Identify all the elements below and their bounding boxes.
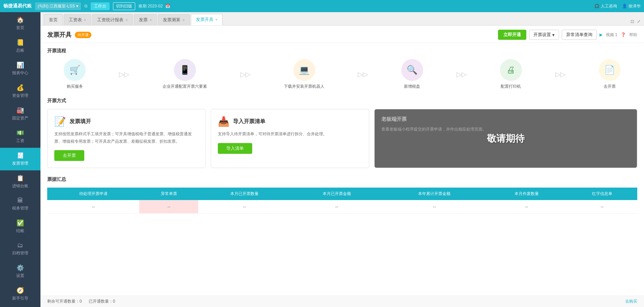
sidebar-item-invoice[interactable]: 🧾 发票管理 [0, 148, 40, 170]
step-buy: 🛒 购买服务 [64, 59, 86, 89]
tab-payroll-report-label: 工资统计报表 [97, 17, 123, 23]
top-bar: 畅捷通易代账 (勾到) 江西服室-LSS ▾ ⧉ 工作台 切到旧版 账期 202… [0, 0, 644, 12]
ledger-icon: 📒 [17, 39, 24, 46]
step-taxdisk-icon: 🔍 [401, 59, 423, 81]
tab-home[interactable]: 首页 [44, 14, 63, 25]
anomaly-button[interactable]: 异常清单查询 [562, 30, 597, 40]
pending-badge: 待开通 [75, 32, 91, 38]
tab-bar: 首页 工资表 × 工资统计报表 × 发票 × 发票测算 × 发票开具 × [40, 12, 644, 26]
arrow-4: ▷▷ [457, 70, 467, 78]
invoice-methods: 📝 发票填开 支持按照发票样式手工填开发票；可开具增值税电子普通发票、增值税普通… [47, 109, 637, 168]
cell-void-count: -- [486, 200, 567, 214]
headset-icon: 🎧 [594, 4, 599, 8]
tab-invoice-issue[interactable]: 发票开具 × [191, 14, 223, 25]
step-config-label: 企业开通配置开票六要素 [163, 84, 207, 89]
sidebar-item-settings[interactable]: ⚙️ 设置 [0, 260, 40, 283]
video-icon: ▶ [599, 32, 603, 37]
sidebar: 🏠 首页 📒 总账 📊 报表中心 💰 资金管理 🏭 固定资产 💵 工资 🧾 发票… [0, 12, 40, 307]
open-now-button[interactable]: 立即开通 [498, 30, 526, 40]
step-taxdisk-label: 新增税盘 [404, 84, 420, 89]
chevron-down-icon: ▾ [552, 32, 555, 37]
sidebar-item-assets[interactable]: 🏭 固定资产 [0, 103, 40, 125]
cell-anomaly: -- [139, 200, 198, 214]
consult-button[interactable]: 🎧 人工咨询 [594, 3, 617, 9]
sidebar-label-ledger: 总账 [16, 48, 24, 53]
content-body: 开票流程 🛒 购买服务 ▷▷ 📱 企业开通配置开票六要素 ▷▷ [40, 43, 644, 296]
guide-icon: 🧭 [17, 287, 24, 294]
step-config-icon: 📱 [174, 59, 196, 81]
invoice-methods-title: 开票方式 [47, 98, 637, 104]
sidebar-label-assets: 固定资产 [12, 115, 28, 121]
method-import-title: 导入开票清单 [233, 118, 265, 125]
old-version-button[interactable]: 切到旧版 [113, 2, 135, 10]
sidebar-item-archive[interactable]: 🗂 归档管理 [0, 238, 40, 260]
assets-icon: 🏭 [17, 107, 24, 114]
help-label: 帮助 [629, 32, 637, 38]
cell-year-amount: -- [383, 200, 486, 214]
method-import-header: 📥 导入开票清单 [218, 116, 362, 127]
app-logo: 畅捷通易代账 [3, 3, 32, 9]
tab-invoice-close[interactable]: × [150, 18, 152, 22]
maximize-icon[interactable]: ⤢ [637, 19, 641, 24]
buy-link[interactable]: 去购买 [625, 299, 637, 304]
summary-section: 票据汇总 待处理开票申请 异常单票 本月已开票数量 本月已开票金额 本年累计开票… [47, 176, 637, 214]
sidebar-item-reports[interactable]: 📊 报表中心 [0, 57, 40, 80]
sidebar-item-member[interactable]: 👑 畅会员 [0, 305, 40, 307]
tab-payroll-report[interactable]: 工资统计报表 × [92, 14, 133, 25]
arrow-2: ▷▷ [240, 70, 251, 78]
remaining-count: 剩余可开通数量：0 [47, 299, 82, 304]
tab-payroll-label: 工资表 [69, 17, 82, 23]
sidebar-label-settings: 设置 [16, 273, 24, 279]
content-area: 发票开具 待开通 立即开通 开票设置 ▾ 异常清单查询 ▶ 视频 1 ❓ 帮助 [40, 26, 644, 307]
sidebar-item-capital[interactable]: 💰 资金管理 [0, 80, 40, 103]
sidebar-item-guide[interactable]: 🧭 新手引导 [0, 283, 40, 305]
invoice-methods-section: 开票方式 📝 发票填开 支持按照发票样式手工填开发票；可开具增值税电子普通发票、… [47, 98, 637, 168]
sidebar-item-purchase[interactable]: 📋 进销台账 [0, 170, 40, 193]
sidebar-item-salary[interactable]: 💵 工资 [0, 125, 40, 148]
calendar-icon[interactable]: 📅 [165, 4, 170, 8]
import-list-button[interactable]: 导入清单 [218, 143, 252, 154]
restore-icon[interactable]: ⊡ [631, 19, 634, 24]
sidebar-item-ledger[interactable]: 📒 总账 [0, 35, 40, 57]
top-bar-right: 🎧 人工咨询 👤 徐泽华 [594, 3, 641, 9]
content-footer: 剩余可开通数量：0 已开通数量：0 去购买 [40, 296, 644, 307]
step-download-label: 下载并安装开票机器人 [284, 84, 324, 89]
period-info: 账期 2023-02 📅 [139, 3, 170, 9]
step-buy-label: 购买服务 [67, 84, 83, 89]
sidebar-label-archive: 归档管理 [12, 250, 28, 256]
tab-invoice-calc-close[interactable]: × [182, 18, 184, 22]
archive-icon: 🗂 [17, 242, 23, 249]
step-buy-icon: 🛒 [64, 59, 86, 81]
header-actions: 立即开通 开票设置 ▾ 异常清单查询 ▶ 视频 1 ❓ 帮助 [498, 30, 637, 40]
tab-invoice-issue-close[interactable]: × [215, 18, 217, 22]
tab-payroll-close[interactable]: × [84, 18, 86, 22]
sidebar-item-tax[interactable]: 🏛 税务管理 [0, 193, 40, 215]
tab-invoice-calc[interactable]: 发票测算 × [158, 14, 189, 25]
sidebar-label-settle: 结账 [16, 228, 24, 234]
view-count: 视频 1 [606, 32, 617, 38]
summary-title: 票据汇总 [47, 176, 637, 183]
method-manual-title: 发票填开 [69, 118, 91, 125]
main-layout: 🏠 首页 📒 总账 📊 报表中心 💰 资金管理 🏭 固定资产 💵 工资 🧾 发票… [0, 12, 644, 307]
step-issue-label: 去开票 [604, 84, 616, 89]
sidebar-item-home[interactable]: 🏠 首页 [0, 12, 40, 35]
workspace-button[interactable]: 工作台 [91, 2, 110, 10]
capital-icon: 💰 [17, 84, 24, 91]
go-issue-button[interactable]: 去开票 [54, 150, 84, 161]
step-printer-label: 配置打印机 [501, 84, 521, 89]
process-flow-title: 开票流程 [47, 48, 637, 54]
tab-payroll-report-close[interactable]: × [125, 18, 127, 22]
col-pending: 待处理开票申请 [47, 188, 139, 200]
col-year-amount: 本年累计开票金额 [383, 188, 486, 200]
sidebar-item-settle[interactable]: ✅ 结账 [0, 215, 40, 238]
tab-invoice-label: 发票 [139, 17, 148, 23]
copy-icon[interactable]: ⧉ [84, 3, 87, 9]
settings-button[interactable]: 开票设置 ▾ [529, 30, 559, 40]
company-selector[interactable]: (勾到) 江西服室-LSS ▾ [35, 2, 81, 10]
user-area[interactable]: 👤 徐泽华 [622, 3, 641, 9]
tab-invoice[interactable]: 发票 × [134, 14, 157, 25]
method-card-old-terminal: 老板端开票 查看老板端小程序提交的开票申请，并作出相应处理页面。 敬请期待 [374, 109, 637, 168]
tab-payroll[interactable]: 工资表 × [64, 14, 91, 25]
top-bar-left: 畅捷通易代账 (勾到) 江西服室-LSS ▾ ⧉ 工作台 切到旧版 账期 202… [3, 2, 170, 10]
settle-icon: ✅ [17, 219, 24, 227]
